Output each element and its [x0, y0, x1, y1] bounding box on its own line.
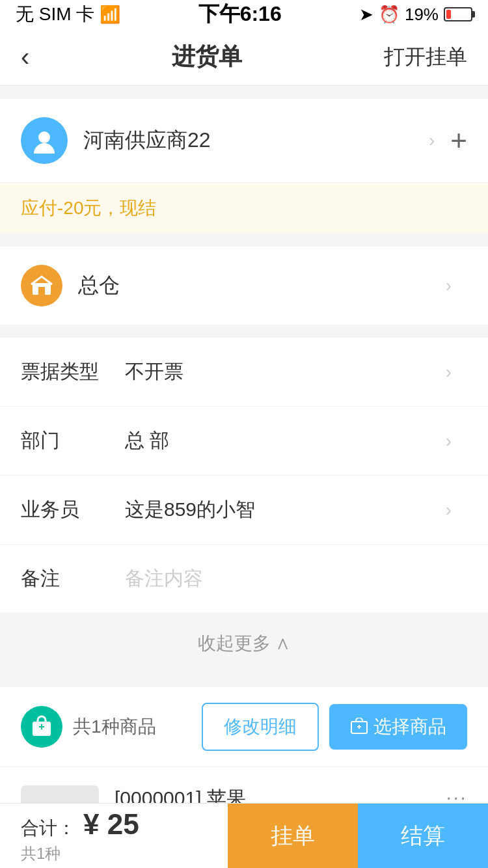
- select-product-button[interactable]: 选择商品: [329, 704, 467, 750]
- salesman-row[interactable]: 业务员 这是859的小智 ›: [0, 475, 488, 544]
- status-carrier: 无 SIM 卡 📶: [16, 2, 120, 27]
- battery-text: 19%: [405, 5, 439, 25]
- collapse-label: 收起更多 ∧: [198, 631, 291, 656]
- supplier-name: 河南供应商22: [83, 126, 429, 155]
- back-button[interactable]: ‹: [21, 42, 29, 72]
- department-chevron-icon: ›: [446, 431, 452, 452]
- warehouse-name: 总仓: [78, 271, 446, 300]
- open-hang-button[interactable]: 打开挂单: [384, 43, 467, 72]
- invoice-chevron-icon: ›: [446, 362, 452, 383]
- notice-bar: 应付-20元，现结: [0, 183, 488, 234]
- section-divider-3: [0, 325, 488, 338]
- warehouse-row[interactable]: 总仓 ›: [0, 247, 488, 325]
- svg-point-0: [38, 131, 50, 143]
- settle-button[interactable]: 结算: [358, 804, 488, 868]
- total-label: 合计：: [21, 816, 75, 841]
- location-icon: ➤: [359, 5, 373, 25]
- total-amount: ¥ 25: [83, 808, 139, 841]
- edit-detail-button[interactable]: 修改明细: [202, 703, 319, 751]
- salesman-chevron-icon: ›: [446, 500, 452, 521]
- alarm-icon: ⏰: [379, 5, 400, 25]
- add-button[interactable]: +: [450, 126, 467, 155]
- department-row[interactable]: 部门 总 部 ›: [0, 406, 488, 475]
- svg-rect-8: [359, 725, 360, 729]
- remark-input[interactable]: 备注内容: [125, 565, 467, 592]
- nav-bar: ‹ 进货单 打开挂单: [0, 29, 488, 86]
- warehouse-icon: [21, 265, 62, 306]
- supplier-card: 河南供应商22 › + 应付-20元，现结: [0, 99, 488, 234]
- svg-rect-2: [38, 287, 45, 295]
- supplier-chevron-icon: ›: [429, 130, 435, 151]
- department-value: 总 部: [125, 427, 446, 454]
- section-divider-2: [0, 234, 488, 247]
- section-divider-4: [0, 674, 488, 687]
- wifi-icon: 📶: [100, 5, 120, 25]
- form-card: 票据类型 不开票 › 部门 总 部 › 业务员 这是859的小智 › 备注 备注…: [0, 338, 488, 613]
- salesman-value: 这是859的小智: [125, 496, 446, 523]
- invoice-value: 不开票: [125, 359, 446, 385]
- total-sub: 共1种: [21, 845, 61, 862]
- status-bar: 无 SIM 卡 📶 下午6:16 ➤ ⏰ 19%: [0, 0, 488, 29]
- collapse-row[interactable]: 收起更多 ∧: [0, 613, 488, 674]
- status-right: ➤ ⏰ 19%: [359, 5, 472, 25]
- product-count: 共1种商品: [73, 714, 191, 739]
- section-divider-1: [0, 86, 488, 99]
- supplier-avatar: [21, 117, 68, 164]
- product-icon: [21, 706, 62, 748]
- footer: 合计： ¥ 25 共1种 挂单 结算: [0, 803, 488, 868]
- invoice-row[interactable]: 票据类型 不开票 ›: [0, 338, 488, 406]
- invoice-label: 票据类型: [21, 359, 125, 385]
- battery-icon: [444, 7, 472, 21]
- status-time: 下午6:16: [198, 0, 282, 29]
- supplier-row[interactable]: 河南供应商22 › +: [0, 99, 488, 183]
- salesman-label: 业务员: [21, 496, 125, 523]
- warehouse-chevron-icon: ›: [446, 275, 452, 296]
- department-label: 部门: [21, 427, 125, 454]
- footer-total: 合计： ¥ 25 共1种: [0, 804, 228, 868]
- product-header: 共1种商品 修改明细 选择商品: [0, 687, 488, 766]
- remark-label: 备注: [21, 565, 125, 592]
- svg-rect-5: [41, 724, 42, 729]
- remark-row[interactable]: 备注 备注内容: [0, 544, 488, 613]
- page-title: 进货单: [172, 41, 242, 73]
- warehouse-card: 总仓 ›: [0, 247, 488, 325]
- hang-button[interactable]: 挂单: [228, 804, 358, 868]
